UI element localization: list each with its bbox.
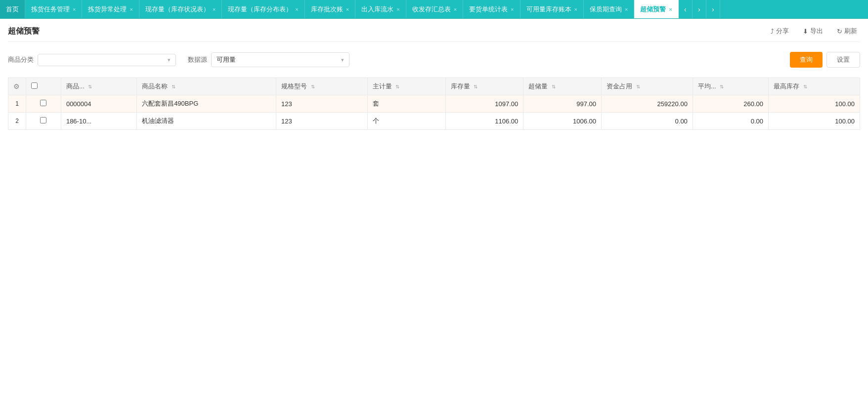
- row-code: 0000004: [61, 95, 136, 113]
- col-capital[interactable]: 资金占用 ⇅: [602, 78, 693, 95]
- sort-icon: ⇅: [395, 84, 399, 89]
- col-over[interactable]: 超储量 ⇅: [523, 78, 602, 95]
- col-code[interactable]: 商品... ⇅: [61, 78, 136, 95]
- nav-item-home[interactable]: 首页: [0, 0, 25, 18]
- close-icon[interactable]: ×: [396, 6, 399, 12]
- row-over: 1006.00: [523, 113, 602, 130]
- row-unit: 套: [367, 95, 445, 113]
- row-num: 1: [8, 95, 26, 113]
- export-icon: ⬇: [803, 28, 808, 35]
- col-gear: ⚙: [8, 78, 26, 95]
- datasource-filter: 数据源 可用量 ▾: [188, 52, 349, 67]
- refresh-button[interactable]: ↻ 刷新: [834, 25, 860, 38]
- col-checkbox-all: [26, 78, 61, 95]
- nav-item-expiry[interactable]: 保质期查询 ×: [584, 0, 634, 18]
- share-button[interactable]: ⤴ 分享: [768, 25, 792, 38]
- sort-icon: ⇅: [636, 84, 640, 89]
- data-table: ⚙ 商品... ⇅ 商品名称 ⇅ 规格型号 ⇅ 主计量: [8, 78, 860, 130]
- sort-icon: ⇅: [474, 84, 477, 89]
- filter-buttons: 查询 设置: [790, 52, 860, 68]
- row-stock: 1106.00: [445, 113, 523, 130]
- table-row: 1 0000004 六配套新昌490BPG 123 套 1097.00 997.…: [8, 95, 860, 113]
- nav-item-stock-dist[interactable]: 现存量（库存分布表） ×: [222, 0, 304, 18]
- page-header: 超储预警 ⤴ 分享 ⬇ 导出 ↻ 刷新: [8, 19, 860, 42]
- close-icon[interactable]: ×: [130, 6, 132, 12]
- close-icon[interactable]: ×: [454, 6, 457, 12]
- settings-button[interactable]: 设置: [826, 52, 860, 68]
- close-icon[interactable]: ×: [511, 6, 514, 12]
- nav-prev-arrow[interactable]: ‹: [679, 0, 693, 18]
- sort-icon: ⇅: [552, 84, 556, 89]
- nav-item-flow[interactable]: 出入库流水 ×: [355, 0, 406, 18]
- datasource-value: 可用量: [217, 55, 236, 64]
- sort-icon: ⇅: [720, 84, 724, 89]
- row-capital: 0.00: [602, 113, 693, 130]
- select-all-checkbox[interactable]: [31, 82, 38, 89]
- nav-item-exception[interactable]: 拣货异常处理 ×: [82, 0, 139, 18]
- sort-icon: ⇅: [311, 84, 315, 89]
- row-checkbox-cell: [26, 113, 61, 130]
- row-avg: 0.00: [693, 113, 768, 130]
- close-icon[interactable]: ×: [625, 6, 628, 12]
- share-icon: ⤴: [771, 28, 774, 35]
- close-icon[interactable]: ×: [669, 6, 672, 12]
- row-avg: 260.00: [693, 95, 768, 113]
- row-code: 186-10...: [61, 113, 136, 130]
- datasource-select[interactable]: 可用量 ▾: [211, 52, 349, 67]
- nav-item-order-stats[interactable]: 要货单统计表 ×: [463, 0, 520, 18]
- row-unit: 个: [367, 113, 445, 130]
- row-stock: 1097.00: [445, 95, 523, 113]
- datasource-label: 数据源: [188, 55, 207, 64]
- export-button[interactable]: ⬇ 导出: [800, 25, 826, 38]
- close-icon[interactable]: ×: [574, 6, 577, 12]
- col-unit[interactable]: 主计量 ⇅: [367, 78, 445, 95]
- close-icon[interactable]: ×: [73, 6, 76, 12]
- row-checkbox[interactable]: [40, 117, 46, 123]
- header-actions: ⤴ 分享 ⬇ 导出 ↻ 刷新: [768, 25, 860, 38]
- col-name[interactable]: 商品名称 ⇅: [137, 78, 276, 95]
- row-spec: 123: [276, 95, 368, 113]
- nav-more-arrow[interactable]: ›: [706, 0, 720, 18]
- settings-icon[interactable]: ⚙: [13, 82, 20, 90]
- sort-icon: ⇅: [172, 84, 175, 89]
- close-icon[interactable]: ×: [346, 6, 349, 12]
- query-button[interactable]: 查询: [790, 52, 823, 68]
- col-avg[interactable]: 平均... ⇅: [693, 78, 768, 95]
- top-nav: 首页 拣货任务管理 × 拣货异常处理 × 现存量（库存状况表） × 现存量（库存…: [0, 0, 868, 19]
- row-over: 997.00: [523, 95, 602, 113]
- filter-row: 商品分类 ▾ 数据源 可用量 ▾ 查询 设置: [8, 48, 860, 72]
- nav-item-available[interactable]: 可用量库存账本 ×: [521, 0, 584, 18]
- close-icon[interactable]: ×: [295, 6, 298, 12]
- chevron-down-icon: ▾: [341, 57, 344, 63]
- row-max: 100.00: [769, 95, 860, 113]
- nav-item-task[interactable]: 拣货任务管理 ×: [25, 0, 82, 18]
- sort-icon: ⇅: [88, 84, 92, 89]
- nav-item-overstock[interactable]: 超储预警 ×: [634, 0, 678, 18]
- row-checkbox-cell: [26, 95, 61, 113]
- category-select[interactable]: ▾: [38, 54, 176, 66]
- col-stock[interactable]: 库存量 ⇅: [445, 78, 523, 95]
- category-filter: 商品分类 ▾: [8, 54, 176, 66]
- row-checkbox[interactable]: [40, 100, 46, 106]
- nav-next-arrow[interactable]: ›: [693, 0, 706, 18]
- row-capital: 259220.00: [602, 95, 693, 113]
- row-num: 2: [8, 113, 26, 130]
- nav-item-summary[interactable]: 收发存汇总表 ×: [406, 0, 463, 18]
- table-row: 2 186-10... 机油滤清器 123 个 1106.00 1006.00 …: [8, 113, 860, 130]
- row-name: 机油滤清器: [137, 113, 276, 130]
- close-icon[interactable]: ×: [213, 6, 216, 12]
- col-spec[interactable]: 规格型号 ⇅: [276, 78, 368, 95]
- row-name: 六配套新昌490BPG: [137, 95, 276, 113]
- sort-icon: ⇅: [803, 84, 807, 89]
- table-header-row: ⚙ 商品... ⇅ 商品名称 ⇅ 规格型号 ⇅ 主计量: [8, 78, 860, 95]
- row-max: 100.00: [769, 113, 860, 130]
- nav-item-batch[interactable]: 库存批次账 ×: [305, 0, 355, 18]
- row-spec: 123: [276, 113, 368, 130]
- col-max[interactable]: 最高库存 ⇅: [769, 78, 860, 95]
- page-title: 超储预警: [8, 26, 40, 37]
- category-label: 商品分类: [8, 55, 34, 64]
- chevron-down-icon: ▾: [168, 57, 171, 63]
- page-content: 超储预警 ⤴ 分享 ⬇ 导出 ↻ 刷新 商品分类 ▾ 数据源: [0, 19, 868, 395]
- refresh-icon: ↻: [837, 28, 842, 35]
- nav-item-stock-status[interactable]: 现存量（库存状况表） ×: [139, 0, 222, 18]
